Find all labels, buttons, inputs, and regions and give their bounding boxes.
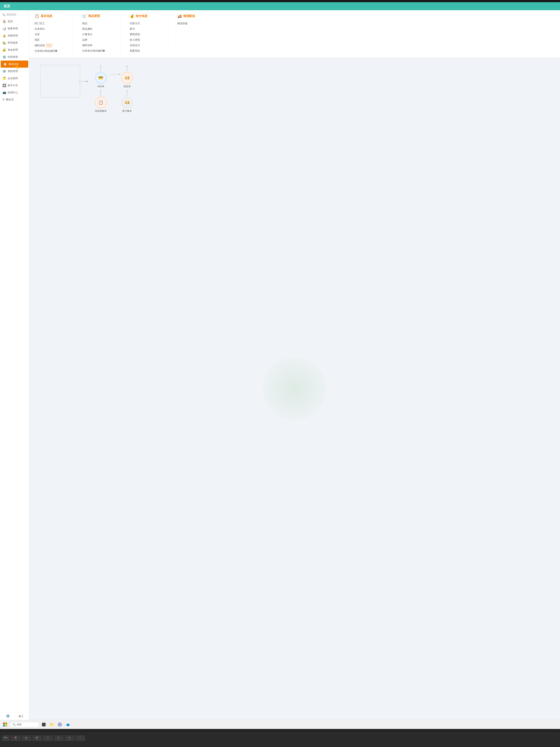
sidebar-item-system-label: 系统管理 — [8, 70, 18, 73]
sidebar-item-finance[interactable]: 🔐 资金管理 — [0, 46, 29, 53]
key-f1[interactable]: 🔇F1 — [11, 735, 21, 742]
menu-item-express[interactable]: 物流快递 — [177, 21, 207, 26]
sidebar-item-apps-label: 应用中心 — [8, 91, 18, 94]
flow-node-payment-slip[interactable]: 💳 付款单 — [95, 72, 107, 88]
finance-icon: 🔐 — [3, 48, 6, 52]
sidebar-item-home[interactable]: 🏠 首页 — [0, 18, 29, 25]
member-icon: V — [3, 98, 5, 101]
key-esc[interactable]: Esc — [2, 735, 10, 742]
menu-item-contacts[interactable]: 往来单位 — [35, 26, 64, 32]
flow-node-customer-ledger[interactable]: 💴 客户账本 — [121, 97, 133, 113]
section-payment-title: 💰 收付信息 — [130, 14, 159, 18]
sidebar-item-sales[interactable]: 📊 销售管理 — [0, 25, 29, 32]
settings-icon[interactable]: ⚙️ — [6, 714, 10, 718]
supplier-ledger-label: 供应商账本 — [95, 109, 107, 113]
home-icon: 🏠 — [3, 20, 6, 23]
taskbar-task-view[interactable]: ⬛ — [41, 721, 47, 728]
sidebar-item-apps[interactable]: 📺 应用中心 — [0, 89, 29, 96]
menu-item-online-pay[interactable]: 在线支付 — [130, 43, 159, 48]
menu-item-region[interactable]: 地区 — [35, 37, 64, 43]
sidebar-item-sales-label: 销售管理 — [8, 27, 18, 30]
key-f5[interactable]: ☀-F5 — [54, 735, 63, 742]
section-goods: 🛒 商品管理 商品 商品属性 计量单位 品牌 — [82, 14, 111, 54]
collapse-icon[interactable]: ◀ ‖ — [18, 714, 23, 718]
header-bar: 首页 — [0, 2, 560, 10]
payment-slip-icon: 💳 — [95, 72, 107, 84]
sidebar-item-purchase-label: 采购管理 — [8, 34, 18, 37]
edge-icon — [66, 723, 70, 727]
windows-start-button[interactable] — [2, 721, 8, 728]
sidebar-bottom: ⚙️ ◀ ‖ — [0, 712, 29, 720]
menu-item-bom2[interactable]: 物料清单 — [82, 43, 111, 48]
menu-item-dept[interactable]: 部门员工 — [35, 21, 64, 26]
menu-item-expense-type[interactable]: 费用类型 — [130, 32, 159, 37]
basic-info-icon: 📋 — [35, 14, 39, 18]
sidebar-item-basic[interactable]: 📋 基础信息 👆 — [1, 60, 28, 68]
menu-item-income-type[interactable]: 收入类型 — [130, 37, 159, 43]
taskbar-search[interactable]: 🔍 搜索 — [10, 722, 39, 727]
sidebar-item-enterprise-label: 企业协同 — [8, 77, 18, 80]
sidebar: 🔍 搜索菜单 🏠 首页 📊 销售管理 🔒 采购管理 🏡 库存核算 🔐 — [0, 10, 29, 720]
section-basic-info-title: 📋 基本信息 — [35, 14, 64, 18]
menu-item-account[interactable]: 账号 — [130, 26, 159, 32]
flow-bg-circle — [263, 357, 326, 421]
sidebar-item-operations-label: 经营管理 — [8, 55, 18, 59]
menu-item-loan[interactable]: 我要贷款 — [130, 48, 159, 54]
bom-badge: 列表 — [46, 44, 52, 47]
key-f2[interactable]: 🔉-F2 — [22, 735, 31, 742]
sidebar-item-enterprise[interactable]: 🗂️ 企业协同 — [0, 75, 29, 82]
menu-item-partner-code2[interactable]: 往来单位商品编码❷ — [82, 48, 111, 54]
flow-node-receipt-slip[interactable]: 💴 收款单 — [121, 72, 133, 88]
flow-node-supplier-ledger[interactable]: 📋 供应商账本 — [95, 97, 107, 113]
taskbar-file-explorer[interactable]: 📁 — [49, 721, 55, 728]
taskbar-edge[interactable] — [64, 721, 71, 728]
customer-ledger-label: 客户账本 — [122, 109, 132, 113]
section-goods-title: 🛒 商品管理 — [82, 14, 111, 18]
chrome-icon — [58, 723, 62, 727]
sidebar-item-purchase[interactable]: 🔒 采购管理 — [0, 32, 29, 39]
sidebar-item-guide[interactable]: 🔲 新手引导 — [0, 82, 29, 89]
logistics-icon: 🚚 — [177, 14, 182, 18]
sidebar-item-member[interactable]: V 畅会员 — [0, 96, 29, 103]
taskbar-search-icon: 🔍 — [12, 723, 16, 726]
guide-icon: 🔲 — [3, 84, 6, 87]
section-basic-info: 📋 基本信息 部门员工 往来单位 仓库 地区 — [35, 14, 64, 54]
sidebar-item-guide-label: 新手引导 — [8, 84, 18, 87]
taskbar: 🔍 搜索 ⬛ 📁 — [0, 720, 560, 729]
menu-item-settlement[interactable]: 结算方式 — [130, 21, 159, 26]
keyboard-row-fn: Esc 🔇F1 🔉-F2 🔊+F3 ✂F4 ☀-F5 ☀+F6 F7 — [2, 735, 558, 742]
receipt-slip-icon: 💴 — [121, 72, 133, 84]
windows-logo — [3, 723, 7, 727]
enterprise-icon: 🗂️ — [3, 77, 6, 80]
dropdown-panel: 📋 基本信息 部门员工 往来单位 仓库 地区 — [29, 10, 560, 58]
sidebar-item-system[interactable]: ⚙️ 系统管理 — [0, 68, 29, 75]
section-logistics: 🚚 物流配送 物流快递 — [177, 14, 207, 54]
menu-item-unit[interactable]: 计量单位 — [82, 32, 111, 37]
menu-item-product[interactable]: 商品 — [82, 21, 111, 26]
taskbar-chrome[interactable] — [56, 721, 63, 728]
sidebar-search[interactable]: 🔍 搜索菜单 — [0, 12, 29, 18]
sidebar-item-operations[interactable]: ⚙️ 经营管理 — [0, 53, 29, 60]
key-f7[interactable]: F7 — [75, 735, 85, 742]
sidebar-item-inventory[interactable]: 🏡 库存核算 — [0, 39, 29, 46]
menu-item-bom[interactable]: 物料清单 列表 — [35, 43, 64, 48]
file-explorer-icon: 📁 — [50, 722, 54, 727]
operations-icon: ⚙️ — [3, 55, 6, 59]
menu-item-partner-code[interactable]: 往来单位商品编码❷ — [35, 48, 64, 54]
sidebar-item-member-label: 畅会员 — [6, 98, 14, 101]
apps-icon: 📺 — [3, 91, 6, 94]
keyboard-area: Esc 🔇F1 🔉-F2 🔊+F3 ✂F4 ☀-F5 ☀+F6 F7 — [0, 732, 560, 747]
task-view-icon: ⬛ — [42, 723, 46, 727]
menu-item-product-attr[interactable]: 商品属性 — [82, 26, 111, 32]
supplier-ledger-icon: 📋 — [95, 97, 107, 108]
sidebar-item-finance-label: 资金管理 — [8, 48, 18, 52]
key-f6[interactable]: ☀+F6 — [64, 735, 74, 742]
key-f4[interactable]: ✂F4 — [43, 735, 53, 742]
content-area: 📋 基本信息 部门员工 往来单位 仓库 地区 — [29, 10, 560, 720]
menu-item-warehouse[interactable]: 仓库 — [35, 32, 64, 37]
customer-ledger-icon: 💴 — [121, 97, 133, 108]
taskbar-search-text: 搜索 — [17, 723, 22, 726]
search-icon: 🔍 — [2, 13, 5, 16]
key-f3[interactable]: 🔊+F3 — [32, 735, 42, 742]
menu-item-brand[interactable]: 品牌 — [82, 37, 111, 43]
